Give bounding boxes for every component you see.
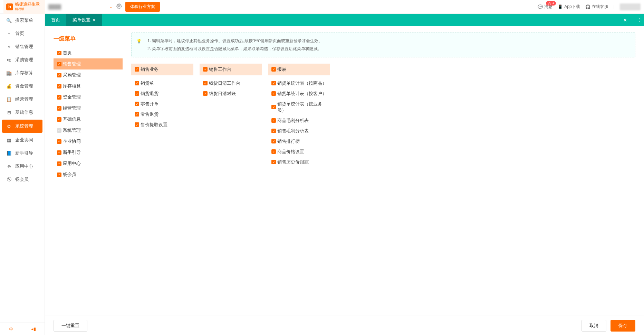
checkbox-icon[interactable]: ✓ (57, 173, 61, 177)
collapse-icon[interactable]: ◂▮ (22, 323, 45, 335)
sidebar-item-0[interactable]: 🔍搜索菜单 (0, 14, 45, 27)
menu-item-label: 基础信息 (63, 116, 81, 122)
checkbox-icon[interactable]: ✓ (135, 102, 139, 106)
checkbox-icon[interactable]: ✓ (271, 129, 276, 133)
checkbox-icon[interactable]: ✓ (57, 51, 61, 55)
sidebar-item-2[interactable]: ✧销售管理 (0, 40, 45, 53)
group-item[interactable]: ✓销售排行榜 (271, 136, 327, 147)
industry-button[interactable]: 体验行业方案 (125, 2, 160, 12)
menu-item-1[interactable]: ✓销售管理 (54, 58, 123, 69)
sidebar-item-12[interactable]: Ⓥ畅会员 (0, 173, 45, 186)
sidebar-item-11[interactable]: ⊕应用中心 (0, 160, 45, 173)
cancel-button[interactable]: 取消 (581, 320, 606, 332)
menu-item-7[interactable]: ✓系统管理 (54, 125, 123, 136)
checkbox-icon[interactable]: ✓ (57, 128, 61, 133)
group-header[interactable]: ✓销售工作台 (200, 64, 262, 75)
checkbox-icon[interactable]: ✓ (135, 81, 139, 85)
gear-icon[interactable] (116, 3, 122, 10)
checkbox-icon[interactable]: ✓ (57, 117, 61, 122)
menu-item-label: 应用中心 (63, 160, 81, 167)
menu-item-0[interactable]: ✓首页 (54, 47, 123, 58)
group-item[interactable]: ✓销售毛利分析表 (271, 126, 327, 136)
save-button[interactable]: 保存 (611, 320, 635, 332)
menu-item-2[interactable]: ✓采购管理 (54, 69, 123, 81)
checkbox-icon[interactable]: ✓ (135, 91, 139, 96)
group-header[interactable]: ✓报表 (268, 64, 330, 75)
tab-close-icon[interactable]: ✕ (93, 18, 96, 22)
sidebar-item-7[interactable]: ⊞基础信息 (0, 106, 45, 119)
group-item[interactable]: ✓销货单 (135, 78, 190, 89)
group-item[interactable]: ✓钱货日清工作台 (203, 78, 258, 89)
group-item[interactable]: ✓零售开单 (135, 99, 190, 109)
menu-item-6[interactable]: ✓基础信息 (54, 114, 123, 125)
group-item[interactable]: ✓售价提取设置 (135, 120, 190, 130)
reset-button[interactable]: 一键重置 (54, 320, 87, 332)
checkbox-icon[interactable]: ✓ (57, 106, 61, 111)
menu-item-11[interactable]: ✓畅会员 (54, 169, 123, 180)
checkbox-icon[interactable]: ✓ (57, 161, 61, 166)
menu-item-4[interactable]: ✓资金管理 (54, 92, 123, 103)
messages-link[interactable]: 💬 消息 99 + (538, 4, 552, 10)
checkbox-icon[interactable]: ✓ (135, 67, 139, 72)
group-item[interactable]: ✓销货退货 (135, 89, 190, 99)
group-item-label: 销售毛利分析表 (277, 128, 309, 134)
sidebar-item-1[interactable]: ⌂首页 (0, 27, 45, 40)
checkbox-icon[interactable]: ✓ (57, 84, 61, 89)
sidebar-item-8[interactable]: ⚙系统管理 (2, 120, 42, 133)
menu-item-5[interactable]: ✓经营管理 (54, 103, 123, 114)
checkbox-icon[interactable]: ✓ (57, 95, 61, 100)
sidebar-item-4[interactable]: 🏬库存核算 (0, 66, 45, 80)
checkbox-icon[interactable]: ✓ (57, 73, 61, 77)
group-item-label: 销货单统计表（按商品） (277, 80, 327, 86)
logo-text: 畅捷通好生意 (15, 2, 40, 7)
group-item[interactable]: ✓钱货日清对账 (203, 89, 258, 99)
online-service-link[interactable]: 🎧 在线客服 (585, 4, 608, 10)
fullscreen-icon[interactable]: ⛶ (631, 14, 644, 26)
checkbox-icon[interactable]: ✓ (271, 118, 276, 123)
group-header[interactable]: ✓销售业务 (131, 64, 193, 75)
close-tab-icon[interactable]: ✕ (619, 14, 631, 26)
checkbox-icon[interactable]: ✓ (57, 139, 61, 144)
tab-1[interactable]: 菜单设置✕ (66, 14, 102, 26)
checkbox-icon[interactable]: ✓ (135, 112, 139, 117)
group-item[interactable]: ✓商品毛利分析表 (271, 115, 327, 126)
checkbox-icon[interactable]: ✓ (271, 81, 276, 85)
chevron-down-icon[interactable]: ⌄ (109, 4, 113, 9)
settings-icon[interactable]: ⚙ (0, 323, 22, 335)
group-item[interactable]: ✓销货单统计表（按商品） (271, 78, 327, 89)
checkbox-icon[interactable]: ✓ (57, 150, 61, 155)
group-item[interactable]: ✓商品价格设置 (271, 147, 327, 157)
checkbox-icon[interactable]: ✓ (135, 122, 139, 127)
company-selector[interactable]: ████ (48, 4, 61, 9)
tab-0[interactable]: 首页 (45, 14, 66, 26)
lightbulb-icon: 💡 (136, 37, 142, 45)
checkbox-icon[interactable]: ✓ (57, 62, 61, 66)
checkbox-icon[interactable]: ✓ (203, 91, 208, 96)
sidebar-item-10[interactable]: 📘新手引导 (0, 147, 45, 160)
user-info[interactable] (620, 3, 641, 10)
checkbox-icon[interactable]: ✓ (271, 91, 276, 96)
checkbox-icon[interactable]: ✓ (271, 105, 276, 109)
menu-item-3[interactable]: ✓库存核算 (54, 81, 123, 92)
sidebar-item-6[interactable]: 📋经营管理 (0, 93, 45, 106)
checkbox-icon[interactable]: ✓ (203, 67, 208, 72)
sidebar-item-3[interactable]: 🛍采购管理 (0, 53, 45, 66)
checkbox-icon[interactable]: ✓ (271, 139, 276, 143)
app-download-link[interactable]: 📱 App下载 (558, 4, 580, 10)
group-items: ✓销货单统计表（按商品）✓销货单统计表（按客户）✓销货单统计表（按业务员）✓商品… (268, 75, 330, 170)
menu-item-9[interactable]: ✓新手引导 (54, 147, 123, 158)
group-item-label: 商品价格设置 (277, 149, 304, 155)
checkbox-icon[interactable]: ✓ (271, 160, 276, 164)
group-item[interactable]: ✓销货单统计表（按业务员） (271, 99, 327, 115)
menu-item-8[interactable]: ✓企业协同 (54, 136, 123, 147)
group-item[interactable]: ✓销货单统计表（按客户） (271, 89, 327, 99)
sidebar-item-5[interactable]: 💰资金管理 (0, 80, 45, 93)
group-item[interactable]: ✓零售退货 (135, 109, 190, 120)
group-item[interactable]: ✓销售历史价跟踪 (271, 157, 327, 167)
checkbox-icon[interactable]: ✓ (271, 67, 276, 72)
checkbox-icon[interactable]: ✓ (203, 81, 208, 85)
checkbox-icon[interactable]: ✓ (271, 149, 276, 154)
menu-item-10[interactable]: ✓应用中心 (54, 158, 123, 169)
sidebar-label: 应用中心 (15, 163, 33, 169)
sidebar-item-9[interactable]: ▦企业协同 (0, 133, 45, 147)
